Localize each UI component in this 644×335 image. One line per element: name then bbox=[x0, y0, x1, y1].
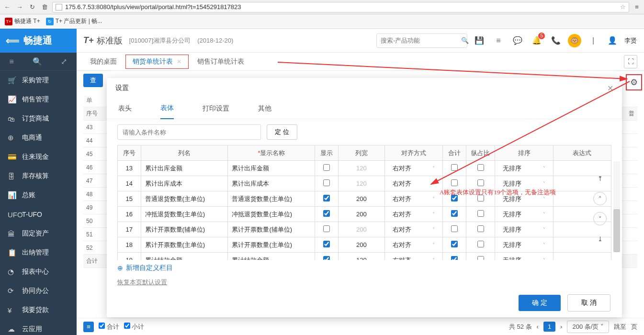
back-arrow-icon[interactable]: ⟸ bbox=[6, 35, 20, 46]
checkbox[interactable] bbox=[451, 210, 458, 217]
reload-icon[interactable]: ↻ bbox=[27, 2, 37, 12]
pager-perpage[interactable]: 200 条/页 ˅ bbox=[567, 321, 609, 333]
search-input[interactable] bbox=[381, 37, 461, 44]
locate-button[interactable]: 定 位 bbox=[267, 124, 297, 140]
checkbox[interactable] bbox=[323, 179, 330, 186]
tab-1[interactable]: 销货单统计表✕ bbox=[125, 55, 189, 69]
checkbox[interactable] bbox=[477, 210, 484, 217]
sidebar-item-11[interactable]: ⟳协同办公 bbox=[0, 281, 77, 301]
modal-tab-2[interactable]: 打印设置 bbox=[203, 98, 229, 119]
sidebar-item-7[interactable]: UFOT-UFO bbox=[0, 205, 77, 224]
menu-icon[interactable]: ≡ bbox=[632, 2, 642, 12]
check-total[interactable]: 合计 bbox=[99, 323, 119, 331]
sidebar-item-10[interactable]: ◔报表中心 bbox=[0, 262, 77, 281]
bookmark-label: 畅捷通 T+ bbox=[14, 17, 40, 25]
confirm-button[interactable]: 确 定 bbox=[519, 295, 561, 311]
checkbox[interactable] bbox=[451, 179, 458, 186]
filter-input[interactable] bbox=[117, 124, 261, 140]
modal-tab-3[interactable]: 其他 bbox=[258, 98, 271, 119]
url-bar[interactable]: 175.6.7.53:8080/tplus/view/portal/portal… bbox=[52, 2, 629, 12]
checkbox[interactable] bbox=[323, 256, 330, 260]
bookmark-1[interactable]: T+ 畅捷通 T+ bbox=[5, 17, 40, 25]
sidebar-item-13[interactable]: ☁云应用 bbox=[0, 320, 77, 335]
checkbox[interactable] bbox=[323, 195, 330, 201]
table-row[interactable]: 13 累计出库金额 累计出库金额 120 右对齐˅ 无排序˅ bbox=[118, 161, 611, 176]
modal-tab-0[interactable]: 表头 bbox=[118, 98, 132, 119]
restore-defaults-link[interactable]: 恢复本页默认设置 bbox=[107, 276, 622, 289]
phone-icon[interactable]: 📞 bbox=[549, 34, 563, 48]
move-bottom-icon[interactable]: ⤓ bbox=[593, 232, 607, 246]
bookmark-2[interactable]: ↻ T+ 产品更新 | 畅... bbox=[46, 17, 102, 25]
table-row[interactable]: 18 累计开票数量(主单位) 累计开票数量(主单位) 200 右对齐˅ 无排序˅ bbox=[118, 237, 611, 253]
checkbox[interactable] bbox=[323, 210, 330, 217]
checkbox[interactable] bbox=[323, 164, 330, 171]
grid-scrollbar[interactable] bbox=[613, 161, 620, 246]
cancel-button[interactable]: 取 消 bbox=[567, 294, 610, 312]
back-icon[interactable]: ← bbox=[2, 2, 12, 12]
save-icon[interactable]: 💾 bbox=[472, 34, 486, 48]
chat-icon[interactable]: 💬 bbox=[510, 34, 525, 48]
sidebar-item-2[interactable]: 🛍订货商城 bbox=[0, 109, 77, 128]
close-icon[interactable]: ✕ bbox=[607, 84, 613, 93]
pager-prev-icon[interactable]: ‹ bbox=[537, 323, 539, 330]
user-icon[interactable]: 👤 bbox=[605, 34, 620, 48]
search-button[interactable]: 查 bbox=[83, 74, 103, 87]
sidebar-item-0[interactable]: 🛒采购管理 bbox=[0, 71, 77, 90]
sidebar-item-9[interactable]: 📋出纳管理 bbox=[0, 243, 77, 262]
toggle-icon[interactable]: ≡ bbox=[83, 322, 94, 332]
move-top-icon[interactable]: ⤒ bbox=[593, 172, 607, 185]
add-column-link[interactable]: ⊕ 新增自定义栏目 bbox=[107, 260, 622, 276]
table-row[interactable]: 15 普通退货数量(主单位) 普通退货数量(主单位) 200 右对齐˅ 无排序˅ bbox=[118, 191, 611, 207]
sidebar-item-3[interactable]: ⊕电商通 bbox=[0, 128, 77, 147]
checkbox[interactable] bbox=[451, 164, 458, 171]
sidebar-item-5[interactable]: 🗄库存核算 bbox=[0, 167, 77, 186]
tab-2[interactable]: 销售订单统计表 bbox=[191, 55, 251, 69]
sidebar-item-1[interactable]: 📈销售管理 bbox=[0, 90, 77, 109]
checkbox[interactable] bbox=[451, 225, 458, 232]
checkbox[interactable] bbox=[451, 195, 458, 201]
close-icon[interactable]: ✕ bbox=[177, 58, 181, 65]
bell-icon[interactable]: 🔔5 bbox=[530, 34, 544, 48]
search-icon[interactable]: 🔍 bbox=[33, 57, 42, 66]
table-row[interactable]: 16 冲抵退货数量(主单位) 冲抵退货数量(主单位) 200 右对齐˅ 无排序˅ bbox=[118, 207, 611, 222]
table-row[interactable]: 14 累计出库成本 累计出库成本 120 右对齐˅ 无排序˅ bbox=[118, 176, 611, 191]
checkbox[interactable] bbox=[477, 164, 484, 171]
sidebar-item-6[interactable]: 📊总账 bbox=[0, 186, 77, 205]
expand-icon[interactable]: ⤢ bbox=[61, 57, 67, 66]
modal-tab-1[interactable]: 表体 bbox=[160, 98, 174, 119]
checkbox[interactable] bbox=[477, 195, 484, 201]
table-row[interactable]: 17 累计开票数量(辅单位) 累计开票数量(辅单位) 200 右对齐˅ 无排序˅ bbox=[118, 222, 611, 237]
check-subtotal[interactable]: 小计 bbox=[124, 323, 145, 331]
move-down-icon[interactable]: ˅ bbox=[593, 212, 607, 225]
checkbox[interactable] bbox=[451, 241, 458, 247]
sidebar-label: 总账 bbox=[22, 191, 35, 200]
table-row[interactable]: 19 累计结款金额 累计结款金额 120 右对齐˅ 无排序˅ bbox=[118, 253, 611, 260]
sidebar-item-4[interactable]: 💳往来现金 bbox=[0, 147, 77, 167]
pager-page[interactable]: 1 bbox=[543, 322, 555, 332]
logo[interactable]: ⟸ 畅捷通 bbox=[0, 29, 77, 53]
list-icon[interactable]: ≡ bbox=[491, 34, 506, 48]
tab-0[interactable]: 我的桌面 bbox=[83, 55, 124, 69]
checkbox[interactable] bbox=[477, 241, 484, 247]
sidebar-item-8[interactable]: 🏛固定资产 bbox=[0, 224, 77, 243]
stop-icon[interactable]: 🗑 bbox=[40, 2, 49, 12]
checkbox[interactable] bbox=[323, 241, 330, 247]
star-icon[interactable]: ☆ bbox=[620, 3, 626, 11]
checkbox[interactable] bbox=[323, 225, 330, 232]
bg-header-seq: 序号 bbox=[86, 110, 105, 118]
sidebar-item-12[interactable]: ¥我要贷款 bbox=[0, 301, 77, 320]
move-up-icon[interactable]: ˄ bbox=[593, 192, 607, 205]
forward-icon[interactable]: → bbox=[15, 2, 24, 12]
checkbox[interactable] bbox=[477, 256, 484, 260]
pager-next-icon[interactable]: › bbox=[560, 323, 562, 330]
header-search[interactable]: 🔍 bbox=[376, 34, 467, 48]
checkbox[interactable] bbox=[451, 256, 458, 260]
chevron-down-icon: ˅ bbox=[543, 212, 545, 217]
fullscreen-icon[interactable]: ⛶ bbox=[624, 55, 637, 68]
menu-icon[interactable]: ≡ bbox=[10, 57, 14, 66]
settings-gear-button[interactable]: ⚙ bbox=[626, 74, 642, 90]
monkey-icon[interactable]: 🐵 bbox=[568, 34, 581, 47]
checkbox[interactable] bbox=[477, 225, 484, 232]
checkbox[interactable] bbox=[477, 179, 484, 186]
search-icon[interactable]: 🔍 bbox=[461, 37, 469, 44]
